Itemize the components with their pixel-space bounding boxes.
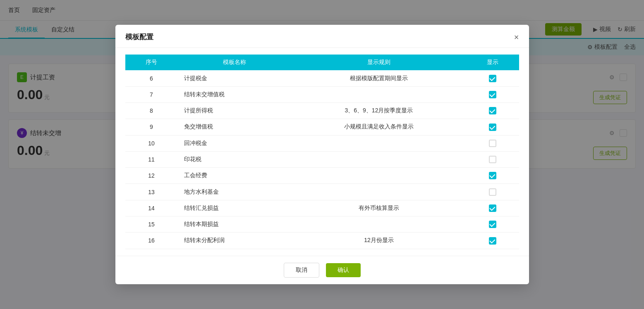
- modal-title: 模板配置: [125, 32, 153, 42]
- col-header-rule: 显示规则: [291, 55, 466, 70]
- table-row: 15结转本期损益: [125, 216, 519, 233]
- cell-rule-5: [291, 151, 466, 167]
- table-row: 16结转未分配利润12月份显示: [125, 233, 519, 249]
- modal-template-config: 模板配置 × 序号 模板名称 显示规则 显示 6计提税金根据模版配置期间显示7结…: [115, 25, 529, 284]
- cell-name-10: 结转未分配利润: [177, 233, 291, 249]
- cell-name-9: 结转本期损益: [177, 216, 291, 233]
- cell-name-4: 回冲税金: [177, 135, 291, 151]
- col-header-name: 模板名称: [177, 55, 291, 70]
- checkbox-3[interactable]: [489, 124, 496, 131]
- cell-id-9: 15: [125, 216, 178, 233]
- cell-check-1: [467, 86, 519, 102]
- checkbox-4[interactable]: [489, 140, 496, 147]
- cell-rule-3: 小规模且满足收入条件显示: [291, 119, 466, 135]
- checkbox-9[interactable]: [489, 221, 496, 228]
- cell-rule-6: [291, 168, 466, 184]
- cell-id-8: 14: [125, 200, 178, 216]
- cell-id-6: 12: [125, 168, 178, 184]
- checkbox-1[interactable]: [489, 91, 496, 98]
- cell-check-10: [467, 233, 519, 249]
- cancel-button[interactable]: 取消: [284, 263, 319, 278]
- cell-rule-2: 3、6、9、12月按季度显示: [291, 102, 466, 119]
- table-row: 13地方水利基金: [125, 184, 519, 200]
- cell-id-10: 16: [125, 233, 178, 249]
- cell-rule-8: 有外币核算显示: [291, 200, 466, 216]
- checkbox-10[interactable]: [489, 237, 496, 245]
- cell-rule-7: [291, 184, 466, 200]
- cell-id-4: 10: [125, 135, 178, 151]
- cell-id-2: 8: [125, 102, 178, 119]
- checkbox-6[interactable]: [489, 172, 496, 179]
- table-row: 12工会经费: [125, 168, 519, 184]
- cell-check-5: [467, 151, 519, 167]
- modal-overlay: 模板配置 × 序号 模板名称 显示规则 显示 6计提税金根据模版配置期间显示7结…: [0, 0, 644, 309]
- table-row: 6计提税金根据模版配置期间显示: [125, 70, 519, 86]
- cell-name-2: 计提所得税: [177, 102, 291, 119]
- checkbox-0[interactable]: [489, 75, 496, 82]
- cell-rule-10: 12月份显示: [291, 233, 466, 249]
- cell-name-5: 印花税: [177, 151, 291, 167]
- cell-id-7: 13: [125, 184, 178, 200]
- modal-body: 序号 模板名称 显示规则 显示 6计提税金根据模版配置期间显示7结转未交增值税8…: [115, 48, 529, 255]
- cell-id-0: 6: [125, 70, 178, 86]
- table-row: 9免交增值税小规模且满足收入条件显示: [125, 119, 519, 135]
- cell-check-2: [467, 102, 519, 119]
- cell-check-6: [467, 168, 519, 184]
- col-header-show: 显示: [467, 55, 519, 70]
- modal-footer: 取消 确认: [115, 256, 529, 284]
- cell-rule-9: [291, 216, 466, 233]
- table-body: 6计提税金根据模版配置期间显示7结转未交增值税8计提所得税3、6、9、12月按季…: [125, 70, 519, 249]
- cell-name-7: 地方水利基金: [177, 184, 291, 200]
- cell-rule-1: [291, 86, 466, 102]
- cell-name-8: 结转汇兑损益: [177, 200, 291, 216]
- cell-id-1: 7: [125, 86, 178, 102]
- confirm-button[interactable]: 确认: [326, 263, 361, 277]
- modal-header: 模板配置 ×: [115, 25, 529, 48]
- table-row: 14结转汇兑损益有外币核算显示: [125, 200, 519, 216]
- cell-check-4: [467, 135, 519, 151]
- table-row: 8计提所得税3、6、9、12月按季度显示: [125, 102, 519, 119]
- cell-check-0: [467, 70, 519, 86]
- cell-name-1: 结转未交增值税: [177, 86, 291, 102]
- table-row: 7结转未交增值税: [125, 86, 519, 102]
- table-head: 序号 模板名称 显示规则 显示: [125, 55, 519, 70]
- cell-name-6: 工会经费: [177, 168, 291, 184]
- checkbox-7[interactable]: [489, 188, 496, 196]
- cell-id-5: 11: [125, 151, 178, 167]
- cell-check-3: [467, 119, 519, 135]
- cell-id-3: 9: [125, 119, 178, 135]
- config-table: 序号 模板名称 显示规则 显示 6计提税金根据模版配置期间显示7结转未交增值税8…: [125, 55, 519, 249]
- checkbox-5[interactable]: [489, 156, 496, 163]
- table-row: 11印花税: [125, 151, 519, 167]
- cell-rule-0: 根据模版配置期间显示: [291, 70, 466, 86]
- checkbox-8[interactable]: [489, 204, 496, 212]
- modal-close-button[interactable]: ×: [514, 33, 519, 41]
- cell-check-7: [467, 184, 519, 200]
- cell-rule-4: [291, 135, 466, 151]
- col-header-id: 序号: [125, 55, 178, 70]
- checkbox-2[interactable]: [489, 107, 496, 114]
- cell-check-9: [467, 216, 519, 233]
- table-row: 10回冲税金: [125, 135, 519, 151]
- cell-check-8: [467, 200, 519, 216]
- cell-name-3: 免交增值税: [177, 119, 291, 135]
- cell-name-0: 计提税金: [177, 70, 291, 86]
